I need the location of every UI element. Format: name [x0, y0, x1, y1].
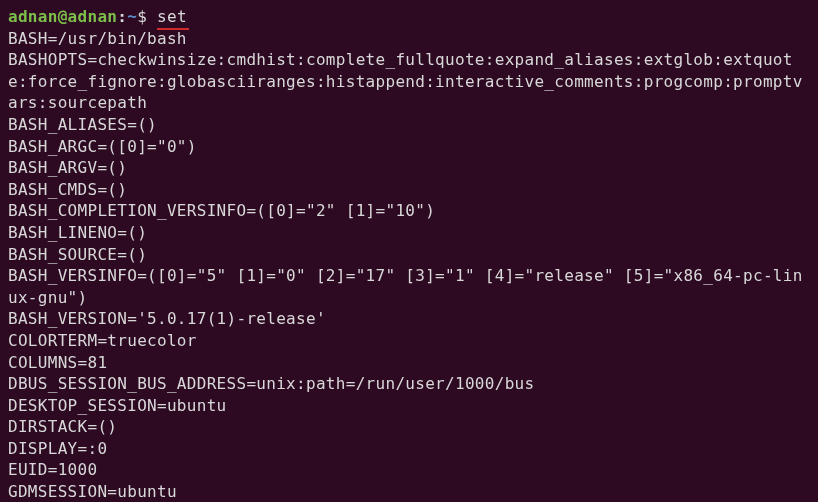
prompt-user-host: adnan@adnan — [8, 7, 117, 26]
output-line: BASH_CMDS=() — [8, 179, 810, 201]
output-line: BASH_SOURCE=() — [8, 244, 810, 266]
output-line: DISPLAY=:0 — [8, 438, 810, 460]
terminal-prompt-line[interactable]: adnan@adnan:~$ set — [8, 6, 810, 28]
command-text: set — [157, 7, 187, 26]
output-line: BASH_LINENO=() — [8, 222, 810, 244]
output-line: BASH_ALIASES=() — [8, 114, 810, 136]
output-line: BASH_ARGC=([0]="0") — [8, 136, 810, 158]
output-line: DIRSTACK=() — [8, 416, 810, 438]
terminal-output: BASH=/usr/bin/bashBASHOPTS=checkwinsize:… — [8, 28, 810, 502]
output-line: COLUMNS=81 — [8, 352, 810, 374]
prompt-separator: : — [117, 7, 127, 26]
output-line: BASH_VERSINFO=([0]="5" [1]="0" [2]="17" … — [8, 265, 810, 308]
output-line: BASH=/usr/bin/bash — [8, 28, 810, 50]
output-line: DESKTOP_SESSION=ubuntu — [8, 395, 810, 417]
prompt-dollar: $ — [137, 7, 157, 26]
annotation-underline — [157, 28, 189, 31]
prompt-command: set — [157, 7, 187, 26]
output-line: BASH_VERSION='5.0.17(1)-release' — [8, 308, 810, 330]
output-line: DBUS_SESSION_BUS_ADDRESS=unix:path=/run/… — [8, 373, 810, 395]
output-line: EUID=1000 — [8, 459, 810, 481]
output-line: BASHOPTS=checkwinsize:cmdhist:complete_f… — [8, 49, 810, 114]
output-line: COLORTERM=truecolor — [8, 330, 810, 352]
output-line: GDMSESSION=ubuntu — [8, 481, 810, 502]
output-line: BASH_COMPLETION_VERSINFO=([0]="2" [1]="1… — [8, 200, 810, 222]
output-line: BASH_ARGV=() — [8, 157, 810, 179]
prompt-path: ~ — [127, 7, 137, 26]
